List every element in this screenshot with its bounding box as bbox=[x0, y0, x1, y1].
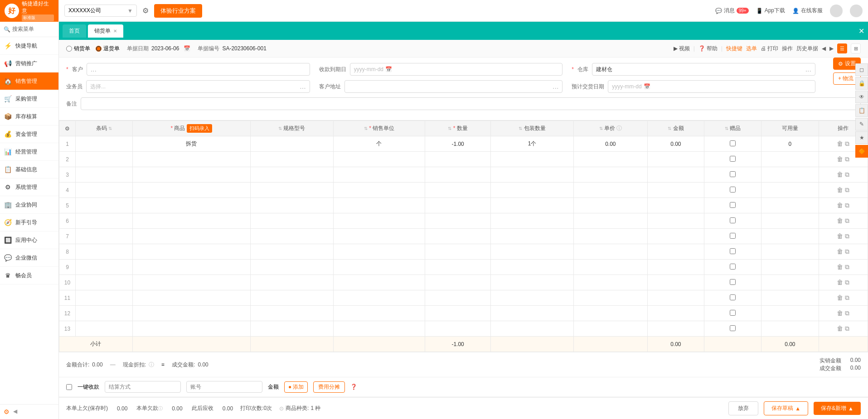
delete-icon[interactable]: 🗑 bbox=[837, 263, 843, 271]
side-btn-6[interactable]: ★ bbox=[855, 131, 868, 144]
row-product[interactable] bbox=[132, 275, 250, 290]
row-spec[interactable] bbox=[250, 229, 333, 244]
delete-icon[interactable]: 🗑 bbox=[837, 171, 843, 178]
row-qty[interactable] bbox=[425, 260, 491, 275]
barcode-sort[interactable]: ⇅ bbox=[108, 126, 112, 131]
copy-icon[interactable]: ⧉ bbox=[845, 232, 849, 240]
row-barcode[interactable] bbox=[76, 321, 133, 337]
date-calendar-icon[interactable]: 📅 bbox=[184, 45, 190, 52]
remark-input[interactable] bbox=[81, 97, 861, 110]
message-btn[interactable]: 💬 消息 99+ bbox=[715, 7, 749, 14]
copy-icon[interactable]: ⧉ bbox=[845, 186, 849, 194]
row-amount[interactable] bbox=[647, 306, 704, 321]
discount-info-icon[interactable]: ⓘ bbox=[149, 361, 154, 369]
gift-checkbox[interactable] bbox=[730, 187, 736, 193]
row-qty[interactable] bbox=[425, 213, 491, 229]
row-unit[interactable] bbox=[333, 229, 425, 244]
row-price[interactable]: 0.00 bbox=[574, 136, 647, 152]
row-pkgqty[interactable] bbox=[491, 198, 574, 213]
row-barcode[interactable] bbox=[76, 213, 133, 229]
row-product[interactable] bbox=[132, 213, 250, 229]
delete-icon[interactable]: 🗑 bbox=[837, 309, 843, 317]
search-menu[interactable]: 🔍 搜索菜单 bbox=[0, 22, 58, 37]
row-price[interactable] bbox=[574, 183, 647, 198]
row-amount[interactable] bbox=[647, 229, 704, 244]
copy-icon[interactable]: ⧉ bbox=[845, 294, 849, 302]
gift-checkbox[interactable] bbox=[730, 217, 736, 223]
sidebar-item-purchase[interactable]: 🛒 采购管理 bbox=[0, 90, 58, 108]
row-amount[interactable] bbox=[647, 275, 704, 290]
row-spec[interactable] bbox=[250, 198, 333, 213]
row-pkgqty[interactable] bbox=[491, 306, 574, 321]
row-product[interactable] bbox=[132, 290, 250, 306]
row-qty[interactable] bbox=[425, 275, 491, 290]
settings-gear-icon[interactable]: ⚙ bbox=[4, 408, 10, 415]
discard-button[interactable]: 放弃 bbox=[728, 401, 758, 415]
copy-icon[interactable]: ⧉ bbox=[845, 155, 849, 163]
copy-icon[interactable]: ⧉ bbox=[845, 217, 849, 225]
row-pkgqty[interactable] bbox=[491, 275, 574, 290]
row-price[interactable] bbox=[574, 229, 647, 244]
nav-next-icon[interactable]: ▶ bbox=[829, 45, 834, 52]
gift-checkbox[interactable] bbox=[730, 310, 736, 316]
copy-icon[interactable]: ⧉ bbox=[845, 171, 849, 178]
avatar-alt[interactable] bbox=[850, 5, 863, 17]
row-spec[interactable] bbox=[250, 275, 333, 290]
row-unit[interactable]: 个 bbox=[333, 136, 425, 152]
tab-bar-close-icon[interactable]: ✕ bbox=[858, 27, 864, 35]
row-barcode[interactable] bbox=[76, 306, 133, 321]
row-spec[interactable] bbox=[250, 183, 333, 198]
th-settings[interactable]: ⚙ bbox=[59, 121, 76, 136]
sidebar-item-wechat[interactable]: 💬 企业微信 bbox=[0, 249, 58, 267]
row-price[interactable] bbox=[574, 275, 647, 290]
sidebar-item-marketing[interactable]: 📢 营销推广 bbox=[0, 55, 58, 72]
sidebar-item-sales[interactable]: 🏠 销售管理 bbox=[0, 72, 58, 90]
operate-btn[interactable]: 操作 bbox=[782, 45, 793, 53]
gift-checkbox[interactable] bbox=[730, 279, 736, 285]
row-pkgqty[interactable]: 1个 bbox=[491, 136, 574, 152]
row-unit[interactable] bbox=[333, 275, 425, 290]
row-barcode[interactable] bbox=[76, 167, 133, 183]
method-input[interactable] bbox=[105, 381, 181, 393]
row-product[interactable] bbox=[132, 167, 250, 183]
customer-addr-input[interactable]: ... bbox=[344, 80, 563, 93]
row-barcode[interactable] bbox=[76, 198, 133, 213]
avatar[interactable] bbox=[830, 5, 843, 17]
gear-icon[interactable]: ⚙ bbox=[142, 6, 149, 15]
row-spec[interactable] bbox=[250, 290, 333, 306]
row-unit[interactable] bbox=[333, 321, 425, 337]
row-qty[interactable] bbox=[425, 244, 491, 260]
delete-icon[interactable]: 🗑 bbox=[837, 155, 843, 163]
delete-icon[interactable]: 🗑 bbox=[837, 202, 843, 209]
row-barcode[interactable] bbox=[76, 260, 133, 275]
row-price[interactable] bbox=[574, 260, 647, 275]
expense-btn[interactable]: 费用分摊 bbox=[313, 381, 345, 393]
delete-icon[interactable]: 🗑 bbox=[837, 248, 843, 255]
customer-input[interactable]: ... bbox=[87, 63, 310, 76]
view-list-btn[interactable]: ☰ bbox=[837, 43, 847, 53]
sidebar-item-finance[interactable]: 💰 资金管理 bbox=[0, 125, 58, 143]
row-qty[interactable] bbox=[425, 198, 491, 213]
row-qty[interactable] bbox=[425, 321, 491, 337]
sidebar-item-apps[interactable]: 🔲 应用中心 bbox=[0, 231, 58, 249]
row-amount[interactable] bbox=[647, 152, 704, 167]
sidebar-item-system[interactable]: ⚙ 系统管理 bbox=[0, 178, 58, 196]
row-amount[interactable] bbox=[647, 213, 704, 229]
row-pkgqty[interactable] bbox=[491, 229, 574, 244]
price-info-icon[interactable]: ⓘ bbox=[616, 125, 622, 131]
copy-icon[interactable]: ⧉ bbox=[845, 202, 849, 209]
row-price[interactable] bbox=[574, 213, 647, 229]
row-pkgqty[interactable] bbox=[491, 183, 574, 198]
nav-prev-icon[interactable]: ◀ bbox=[822, 45, 826, 52]
history-btn[interactable]: 历史单据 bbox=[796, 45, 818, 53]
delete-icon[interactable]: 🗑 bbox=[837, 140, 843, 148]
row-amount[interactable] bbox=[647, 183, 704, 198]
row-unit[interactable] bbox=[333, 167, 425, 183]
copy-icon[interactable]: ⧉ bbox=[845, 140, 849, 148]
gift-checkbox[interactable] bbox=[730, 171, 736, 177]
row-product[interactable] bbox=[132, 244, 250, 260]
sidebar-item-guide[interactable]: 🧭 新手引导 bbox=[0, 214, 58, 231]
app-download-btn[interactable]: 📱 App下载 bbox=[756, 7, 785, 14]
row-pkgqty[interactable] bbox=[491, 244, 574, 260]
row-unit[interactable] bbox=[333, 183, 425, 198]
